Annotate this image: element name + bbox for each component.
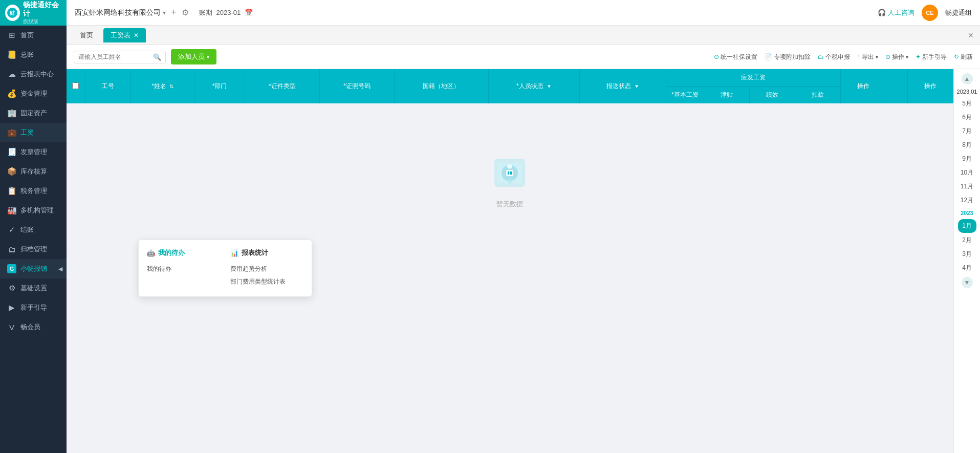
month-10[interactable]: 10月 [954,166,980,180]
topbar-settings-icon[interactable]: ⚙ [182,8,189,17]
tab-home[interactable]: 首页 [73,28,100,42]
sidebar-item-archive[interactable]: 🗂 归档管理 [0,240,67,259]
sidebar-item-fund[interactable]: 💰 资金管理 [0,84,67,103]
th-bonus: 津贴 [704,87,749,104]
sidebar-item-guide[interactable]: ▶ 新手引导 [0,298,67,317]
month-8[interactable]: 8月 [954,138,980,152]
close-all-icon: ✕ [968,31,974,39]
th-operations: 2023.01 操作 [907,69,953,103]
special-deduction-btn[interactable]: 📄 专项附加扣除 [765,53,811,61]
sidebar-label-tax: 税务管理 [20,186,47,196]
basic-icon: ⚙ [7,284,16,293]
select-all-checkbox[interactable] [72,82,79,89]
salary-icon: 💼 [7,128,16,137]
personal-tax-icon: 🗂 [818,53,824,60]
popup-todo-link[interactable]: 我的待办 [147,263,220,275]
month-4[interactable]: 4月 [954,261,980,275]
calendar-icon[interactable]: 📅 [245,9,253,16]
popup-report-title: 📊 报表统计 [230,248,303,257]
sidebar-item-salary[interactable]: 💼 工资 [0,123,67,142]
report-filter-icon[interactable]: ▼ [634,83,639,89]
month-9[interactable]: 9月 [954,152,980,166]
popup-cost-trend-link[interactable]: 费用趋势分析 [230,263,303,275]
period-value: 2023-01 [216,9,241,16]
month-7[interactable]: 7月 [954,124,980,138]
popup-overlay: 🤖 我的待办 我的待办 📊 报表统计 费用趋势分析 部门费用类型统计表 [138,240,312,297]
month-11[interactable]: 11月 [954,180,980,193]
sidebar-label-multi-org: 多机构管理 [20,206,54,215]
month-6[interactable]: 6月 [954,111,980,124]
panel-up-arrow[interactable]: ▲ [962,73,973,84]
refresh-btn[interactable]: ↻ 刷新 [954,53,973,61]
th-deduction: 扣款 [795,87,840,104]
popup-dept-cost-link[interactable]: 部门费用类型统计表 [230,275,303,288]
sidebar-label-assets: 固定资产 [20,109,47,118]
month-1[interactable]: 1月 [958,219,976,233]
new-guide-icon: ✦ [916,53,921,60]
name-sort-icon[interactable]: ⇅ [169,83,173,89]
toolbar-actions: ⊙ 统一社保设置 📄 专项附加扣除 🗂 个税申报 ↑ 导出 ▾ ⊙ [714,53,973,61]
sidebar-item-assets[interactable]: 🏢 固定资产 [0,103,67,123]
sidebar-label-fund: 资金管理 [20,89,47,98]
popup-row: 🤖 我的待办 我的待办 📊 报表统计 费用趋势分析 部门费用类型统计表 [147,248,303,288]
month-2[interactable]: 2月 [954,233,980,247]
personal-tax-btn[interactable]: 🗂 个税申报 [818,53,850,61]
sidebar-item-tax[interactable]: 📋 税务管理 [0,181,67,201]
username: 畅捷通组 [945,8,972,17]
app-edition: 旗舰版 [23,18,61,25]
ledger-icon: 📒 [7,50,16,59]
social-insurance-btn[interactable]: ⊙ 统一社保设置 [714,53,757,61]
tab-salary-close[interactable]: ✕ [134,32,139,39]
tab-close-all[interactable]: ✕ [968,31,974,39]
svg-rect-6 [508,171,509,175]
sidebar-label-ledger: 总账 [20,50,34,59]
sidebar-item-cloud-report[interactable]: ☁ 云报表中心 [0,64,67,84]
th-id-number: *证照号码 [319,69,394,103]
sidebar-item-basic[interactable]: ⚙ 基础设置 [0,278,67,298]
svg-text:财: 财 [9,10,15,16]
search-input[interactable] [78,53,150,60]
report-stats-icon: 📊 [230,249,238,257]
add-person-label: 添加人员 [178,52,205,61]
month-3[interactable]: 3月 [954,247,980,261]
empty-state: 暂无数据 [72,107,948,250]
panel-down-arrow[interactable]: ▼ [962,277,973,288]
sidebar-item-member[interactable]: V 畅会员 [0,317,67,337]
assets-icon: 🏢 [7,109,16,118]
sidebar-item-home[interactable]: ⊞ 首页 [0,26,67,45]
company-selector[interactable]: 西安虾米网络科技有限公司 ▾ [75,8,166,17]
sidebar-item-settlement[interactable]: ✓ 结账 [0,220,67,240]
svg-rect-10 [507,165,512,168]
tab-salary-table[interactable]: 工资表 ✕ [103,28,146,42]
search-icon[interactable]: 🔍 [153,53,161,61]
month-12[interactable]: 12月 [954,193,980,207]
operations-btn[interactable]: ⊙ 操作 ▾ [885,53,908,61]
app-name: 畅捷通好会计 [23,1,61,18]
export-btn[interactable]: ↑ 导出 ▾ [857,53,878,61]
sidebar-item-inventory[interactable]: 📦 库存核算 [0,162,67,181]
th-base-wage: *基本工资 [666,87,704,104]
add-person-button[interactable]: 添加人员 ▾ [171,49,216,64]
tab-salary-label: 工资表 [111,31,130,40]
month-5[interactable]: 5月 [954,97,980,111]
avatar-text: CE [926,10,933,16]
right-panel: ▲ 2023.01 5月 6月 7月 8月 9月 10月 11月 12月 202… [953,69,980,453]
sidebar-item-multi-org[interactable]: 🏭 多机构管理 [0,201,67,220]
sidebar-label-member: 畅会员 [20,322,40,332]
sidebar-label-xiaochang: 小畅报销 [20,264,47,273]
year-2023[interactable]: 2023 [954,207,980,219]
company-dropdown-icon[interactable]: ▾ [163,9,166,16]
topbar-add-icon[interactable]: + [171,7,177,18]
status-filter-icon[interactable]: ▼ [547,83,552,89]
support-link[interactable]: 🎧 人工咨询 [878,8,914,17]
multi-org-icon: 🏭 [7,206,16,215]
tabs-bar: 首页 工资表 ✕ ✕ [67,26,980,45]
sidebar-item-ledger[interactable]: 📒 总账 [0,45,67,64]
new-guide-label: 新手引导 [922,53,947,61]
sidebar-item-invoice[interactable]: 🧾 发票管理 [0,142,67,162]
sidebar-item-xiaochang[interactable]: G 小畅报销 ◀ [0,259,67,278]
table-header-row: 工号 *姓名 ⇅ *部门 *证件类型 *证照号码 国籍（地区） *人员状态 [67,69,953,87]
new-guide-btn[interactable]: ✦ 新手引导 [916,53,947,61]
user-avatar[interactable]: CE [922,5,938,21]
sidebar-label-archive: 归档管理 [20,245,47,254]
